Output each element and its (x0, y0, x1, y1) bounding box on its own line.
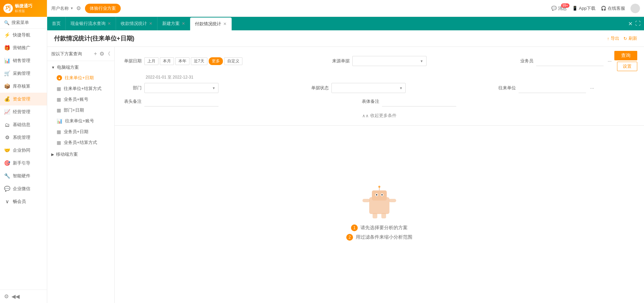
left-panel-header: 按以下方案查询 ＋ ⚙ 《 (47, 47, 114, 61)
scheme-staff-account[interactable]: ▦ 业务员+账号 (47, 94, 114, 105)
refresh-label: 刷新 (628, 35, 637, 41)
sidebar-item-purchase[interactable]: 🛒 采购管理 (0, 67, 47, 80)
settings-footer-icon[interactable]: ⚙ (4, 293, 9, 300)
sidebar-item-label: 库存核算 (13, 83, 30, 89)
msg-btn[interactable]: 💬 消息 99+ (551, 5, 567, 11)
header-note-input[interactable] (144, 96, 218, 107)
staff-more-btn[interactable]: ··· (608, 58, 612, 64)
sidebar-nav: ⚡ 快捷导航 🎁 营销推广 📊 销售管理 🛒 采购管理 📦 库存核算 💰 资金管… (0, 29, 47, 290)
tab-bank-flow[interactable]: 现金银行流水查询 ✕ (66, 17, 116, 30)
tab-payment-stats-close[interactable]: ✕ (223, 22, 227, 26)
sidebar-item-marketing[interactable]: 🎁 营销推广 (0, 41, 47, 54)
app-badge: 标准版 (15, 9, 32, 13)
sidebar-item-system[interactable]: ⚙ 系统管理 (0, 131, 47, 144)
body-note-input[interactable] (382, 96, 456, 107)
pc-group-header[interactable]: ▼ 电脑端方案 (47, 62, 114, 72)
scheme-icon: ▦ (57, 97, 61, 102)
refresh-btn[interactable]: ↻ 刷新 (623, 35, 637, 41)
scheme-counterpart-date[interactable]: ● 往来单位+日期 (47, 72, 114, 83)
mobile-group-header[interactable]: ▶ 移动端方案 (47, 149, 114, 159)
sidebar-item-member[interactable]: ∨ 畅会员 (0, 195, 47, 208)
dept-label: 部门 (121, 85, 142, 91)
export-btn[interactable]: ↑ 导出 (607, 35, 620, 41)
sidebar-item-label: 资金管理 (13, 96, 30, 102)
counterpart-more-btn[interactable]: ··· (590, 85, 594, 91)
scheme-label: 部门+日期 (64, 107, 84, 113)
svg-rect-11 (381, 213, 386, 218)
scheme-label: 往来单位+结算方式 (64, 86, 101, 92)
dept-select[interactable]: ▼ (144, 83, 218, 93)
body-note-label: 表体备注 (359, 98, 379, 104)
tabs-expand-btn[interactable]: ⛶ (635, 21, 641, 27)
tab-receipt-stats[interactable]: 收款情况统计 ✕ (116, 17, 157, 30)
main-area: 用户名称 ▼ ⚙ 体验行业方案 💬 消息 99+ 📱 App下载 🎧 在线客服 … (47, 0, 644, 303)
tab-new-scheme-label: 新建方案 (162, 21, 180, 27)
mobile-group-chevron: ▶ (51, 152, 54, 157)
tab-bank-flow-close[interactable]: ✕ (108, 21, 111, 26)
app-download-btn[interactable]: 📱 App下载 (572, 5, 595, 11)
svg-point-5 (381, 194, 383, 195)
collapse-sidebar-icon[interactable]: ◀◀ (11, 293, 20, 300)
sidebar-item-sales[interactable]: 📊 销售管理 (0, 54, 47, 67)
date-btn-this-month[interactable]: 本月 (160, 57, 174, 65)
voucher-status-select[interactable]: ▼ (331, 83, 406, 93)
date-btn-more[interactable]: 更多 (209, 57, 223, 65)
staff-input[interactable] (536, 56, 604, 66)
scheme-counterpart-settle[interactable]: ▦ 往来单位+结算方式 (47, 83, 114, 94)
sidebar-item-hardware[interactable]: 🔧 智能硬件 (0, 170, 47, 182)
date-btn-custom[interactable]: 自定义 (224, 57, 242, 65)
sidebar-item-label: 销售管理 (13, 58, 30, 64)
service-btn[interactable]: 🎧 在线客服 (601, 5, 625, 11)
sidebar-search[interactable]: 🔍 搜索菜单 (0, 17, 47, 29)
tab-payment-stats[interactable]: 付款情况统计 ✕ (190, 18, 232, 30)
date-btn-last-month[interactable]: 上月 (144, 57, 158, 65)
sidebar-item-wecom[interactable]: 💬 企业微信 (0, 182, 47, 195)
counterpart-input[interactable] (519, 83, 586, 93)
tab-new-scheme-close[interactable]: ✕ (182, 21, 185, 26)
collapse-panel-btn[interactable]: 《 (106, 51, 110, 57)
sidebar-item-label: 采购管理 (13, 70, 30, 77)
date-btn-last-7days[interactable]: 近7天 (191, 57, 207, 65)
empty-state: 1 请先选择要分析的方案 2 用过滤条件来缩小分析范围 (115, 126, 644, 303)
sidebar-item-guide[interactable]: 🎯 新手引导 (0, 157, 47, 170)
voucher-status-label: 单据状态 (309, 85, 329, 91)
scheme-staff-settle[interactable]: ▦ 业务员+结算方式 (47, 137, 114, 148)
tab-receipt-stats-close[interactable]: ✕ (149, 21, 152, 26)
filter-row-3: 表头备注 表体备注 (121, 96, 637, 107)
trial-btn[interactable]: 体验行业方案 (85, 4, 121, 13)
sidebar-item-quick-nav[interactable]: ⚡ 快捷导航 (0, 29, 47, 41)
scheme-staff-date[interactable]: ▦ 业务员+日期 (47, 126, 114, 137)
left-panel-header-label: 按以下方案查询 (51, 51, 82, 57)
manage-scheme-btn[interactable]: ⚙ (99, 51, 104, 57)
tabs-close-btn[interactable]: ✕ (628, 21, 633, 27)
user-avatar[interactable] (631, 4, 640, 13)
export-icon: ↑ (607, 36, 610, 41)
settings-btn[interactable]: 设置 (617, 62, 637, 71)
tab-home[interactable]: 首页 (47, 17, 66, 30)
enterprise-icon: 🤝 (4, 147, 10, 153)
tabs-right-actions: ✕ ⛶ (625, 21, 644, 27)
msg-badge: 99+ (561, 3, 569, 8)
tab-new-scheme[interactable]: 新建方案 ✕ (157, 17, 190, 30)
sidebar-item-basic[interactable]: 🗂 基础信息 (0, 118, 47, 131)
svg-point-4 (376, 194, 377, 195)
service-icon: 🎧 (601, 6, 606, 11)
topbar-gear-icon[interactable]: ⚙ (76, 5, 81, 11)
sidebar-item-operations[interactable]: 📈 经营管理 (0, 105, 47, 118)
user-area[interactable]: 用户名称 ▼ (51, 5, 74, 11)
scheme-counterpart-account[interactable]: 📊 往来单位+账号 (47, 116, 114, 126)
counterpart-label: 往来单位 (496, 85, 516, 91)
sidebar-item-inventory[interactable]: 📦 库存核算 (0, 80, 47, 93)
app-icon: 📱 (572, 6, 578, 11)
scheme-dept-date[interactable]: ▦ 部门+日期 (47, 105, 114, 116)
logo-text: 畅捷通巧 (15, 3, 32, 9)
query-btn[interactable]: 查询 (614, 51, 637, 60)
date-btn-this-year[interactable]: 本年 (175, 57, 189, 65)
collapse-more-btn[interactable]: ∧∧ 收起更多条件 (121, 110, 637, 121)
add-scheme-btn[interactable]: ＋ (93, 50, 98, 57)
sidebar-item-enterprise[interactable]: 🤝 企业协同 (0, 144, 47, 157)
scheme-chart-icon: 📊 (57, 118, 62, 124)
source-select[interactable]: ▼ (352, 56, 427, 66)
sidebar-item-capital[interactable]: 💰 资金管理 (0, 93, 47, 105)
page-actions: ↑ 导出 ↻ 刷新 (607, 35, 638, 41)
